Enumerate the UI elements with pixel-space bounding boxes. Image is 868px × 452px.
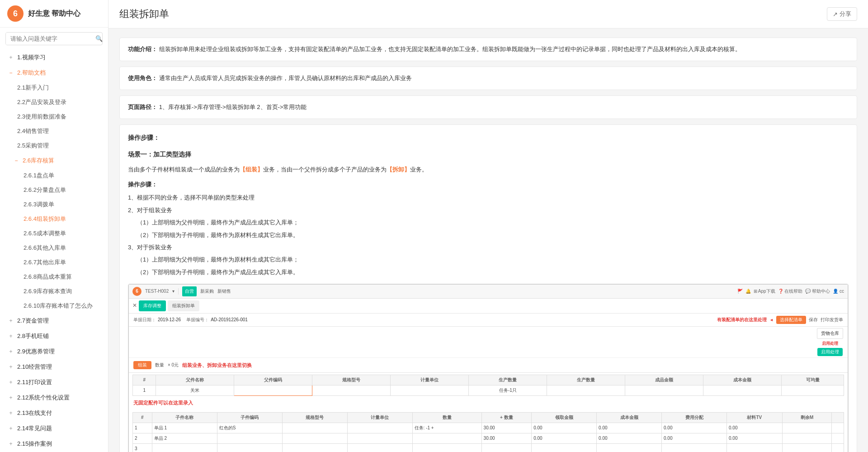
sidebar-item-fractional[interactable]: 2.6.2分量盘点单 (0, 183, 108, 197)
search-input[interactable] (6, 33, 91, 45)
mock-fields-row: 单据日期： 2019-12-26 单据编号： AD-20191226-001 有… (129, 314, 848, 327)
mock-toolbar: ✕ 库存调整 组装拆卸单 (129, 299, 848, 314)
mock-th-parent-name: 父件名称 (156, 375, 234, 385)
mock-bottom-row-1: 1 单品 1 红色的S 任务: -1 + 30.00 0.00 0.00 (133, 423, 844, 433)
page-title: 组装拆卸单 (119, 7, 169, 21)
mock-th-cost-amt: 成本金额 (703, 375, 782, 385)
expand-mobile-icon (7, 333, 14, 340)
mock-save-btn: 保存 (809, 316, 818, 324)
sidebar-item-personalize[interactable]: 2.12系统个性化设置 (0, 390, 108, 405)
mock-process-note-row: 货物仓库 启用处理 启用处理 (129, 327, 848, 358)
sidebar-item-new-user[interactable]: 2.1新手入门 (0, 81, 108, 95)
expand-coupon-icon (7, 348, 14, 355)
mock-field-order: 单据编号： AD-20191226-001 (186, 316, 248, 324)
sidebar-item-stock-ledger[interactable]: 2.6.9库存账本查询 (0, 284, 108, 299)
path-label: 页面路径： (128, 104, 157, 110)
mock-process-type-note: 组装业务、拆卸业务在这里切换 (182, 362, 252, 368)
mock-type-row: 组装 数量 × 0元 组装业务、拆卸业务在这里切换 (129, 358, 848, 372)
mock-top-table: # 父件名称 父件编码 规格型号 计量单位 生产数量 生产数量 成品金额 成本金… (132, 375, 844, 396)
step-3-1: （1）上部明细为父件明细，最终作为原材料生成其它出库单； (128, 254, 849, 265)
mock-right-actions: 有装配清单的在这里处理 ◄ 选择配清单 保存 打印发货单 (717, 316, 843, 324)
scenario-title: 场景一：加工类型选择 (128, 149, 849, 160)
mock-no-fixed-label: 无固定配件可以在这里录入 (133, 400, 193, 405)
sidebar-item-transfer[interactable]: 2.6.3调拨单 (0, 197, 108, 212)
mock-date-label: 单据日期： (133, 316, 156, 324)
mock-note-arrow1: 有装配清单的在这里处理 (717, 316, 767, 324)
step-1: 1、根据不同的业务，选择不同单据的类型来处理 (128, 192, 849, 203)
step-3-2: （2）下部明细为子件明细，最终作为产成品生成其它入库单。 (128, 267, 849, 277)
sidebar-item-payment[interactable]: 2.13在线支付 (0, 405, 108, 421)
step-2-1: （1）上部明细为父件明细，最终作为产成品生成其它入库单； (128, 217, 849, 228)
sidebar-item-install[interactable]: 2.2产品安装及登录 (0, 95, 108, 109)
mock-icon-help: ❓ 在线帮助 (778, 287, 803, 295)
mock-logo: 6 (132, 287, 142, 296)
sidebar-item-inventory-label: 2.6库存核算 (23, 157, 54, 165)
path-block: 页面路径： 1、库存核算->库存管理->组装拆卸单 2、首页->常用功能 (119, 95, 857, 119)
expand-operation-icon (7, 363, 14, 371)
sidebar-item-coupon[interactable]: 2.9优惠券管理 (0, 344, 108, 359)
sidebar-item-data-prep[interactable]: 2.3使用前数据准备 (0, 109, 108, 124)
sidebar-item-stock-count[interactable]: 2.6.1盘点单 (0, 168, 108, 183)
mock-th-avail: 可均量 (782, 375, 844, 385)
sidebar: 6 好生意 帮助中心 🔍 1.视频学习 2.帮助文档 2.1新手入门 2.2产品… (0, 0, 108, 452)
mock-bottom-table-area: # 子件名称 子件编码 规格型号 计量单位 数量 + 数量 领取金额 成本金额 (129, 409, 848, 452)
sidebar-item-print[interactable]: 2.11打印设置 (0, 375, 108, 390)
mock-order-label: 单据编号： (186, 316, 209, 324)
mock-type-btn[interactable]: 组装 (133, 361, 151, 369)
sidebar-item-mobile[interactable]: 2.8手机旺铺 (0, 328, 108, 344)
scenario-desc: 当由多个子件材料组装成一个成品的业务为【组装】业务，当由一个父件拆分成多个子产品… (128, 164, 849, 175)
sidebar-item-sales[interactable]: 2.4销售管理 (0, 124, 108, 138)
sidebar-item-cases[interactable]: 2.15操作案例 (0, 436, 108, 452)
mock-type-annotation: 组装业务、拆卸业务在这里切换 (182, 360, 252, 370)
mock-th-unit: 计量单位 (391, 375, 469, 385)
mock-top-row-1: 1 关米 任务-1只 (133, 385, 844, 395)
mock-nav-sales: 新销售 (217, 287, 231, 295)
mock-field-date: 单据日期： 2019-12-26 (133, 316, 181, 324)
mock-warehouse-input: 货物仓库 (817, 328, 843, 339)
operation-steps-section: 操作步骤： 场景一：加工类型选择 当由多个子件材料组装成一个成品的业务为【组装】… (119, 124, 857, 452)
sidebar-item-other-out[interactable]: 2.6.7其他出库单 (0, 255, 108, 270)
screenshot-container: 6 TEST-H002 ▾ 自营 新采购 新销售 🚩 🔔 ⊞ App下载 ❓ 在… (128, 284, 849, 452)
sidebar-item-videos[interactable]: 1.视频学习 (0, 50, 108, 65)
sidebar-item-purchase[interactable]: 2.5采购管理 (0, 138, 108, 153)
expand-minus-inventory-icon (13, 157, 20, 164)
function-intro-label: 功能介绍： (128, 46, 157, 52)
step-label: 操作步骤： (128, 179, 849, 190)
mock-icon-service: 💬 帮助中心 (805, 287, 830, 295)
main-header: 组装拆卸单 ↗ 分享 (108, 0, 868, 29)
sidebar-item-other-in[interactable]: 2.6.6其他入库单 (0, 241, 108, 255)
content-area: 功能介绍： 组装拆卸单用来处理企业组装或拆卸等加工业务，支持有固定装配清单的产品… (108, 29, 868, 452)
expand-personalize-icon (7, 394, 14, 401)
sidebar-item-cost-adj[interactable]: 2.6.5成本调整单 (0, 226, 108, 241)
mock-order-value: AD-20191226-001 (211, 316, 248, 324)
sidebar-item-operation[interactable]: 2.10经营管理 (0, 359, 108, 375)
sidebar-item-faq[interactable]: 2.14常见问题 (0, 421, 108, 436)
expand-icon (7, 54, 14, 61)
mock-th-parent-code: 父件编码 (234, 375, 312, 385)
sidebar-item-assembly[interactable]: 2.6.4组装拆卸单 (0, 212, 108, 226)
logo-icon: 6 (7, 5, 24, 22)
mock-th-prod-amt: 成品金额 (625, 375, 703, 385)
mock-select-btn[interactable]: 选择配清单 (776, 316, 806, 324)
function-intro-block: 功能介绍： 组装拆卸单用来处理企业组装或拆卸等加工业务，支持有固定装配清单的产品… (119, 38, 857, 61)
mock-bottom-row-3: 3 (133, 443, 844, 452)
steps-content: 操作步骤： 1、根据不同的业务，选择不同单据的类型来处理 2、对于组装业务 （1… (128, 179, 849, 277)
sidebar-item-help-docs[interactable]: 2.帮助文档 (0, 65, 108, 81)
role-label: 使用角色： (128, 75, 157, 81)
sidebar-item-ledger-wrong[interactable]: 2.6.10库存账本错了怎么办 (0, 299, 108, 313)
search-button[interactable]: 🔍 (91, 33, 103, 45)
sidebar-item-videos-label: 1.视频学习 (17, 53, 46, 62)
role-block: 使用角色： 通常由生产人员或库管人员完成拆装业务的操作，库管人员确认原材料的出库… (119, 67, 857, 90)
share-label: 分享 (840, 10, 851, 18)
sidebar-item-inventory[interactable]: 2.6库存核算 (0, 153, 108, 168)
mock-close-btn: ✕ (132, 301, 137, 311)
mock-process-btn-top[interactable]: 启用处理 (817, 348, 843, 356)
expand-faq-icon (7, 425, 14, 432)
sidebar-item-capital[interactable]: 2.7资金管理 (0, 313, 108, 328)
mock-print-btn: 打印发货单 (821, 316, 843, 324)
mock-topbar: 6 TEST-H002 ▾ 自营 新采购 新销售 🚩 🔔 ⊞ App下载 ❓ 在… (129, 285, 848, 299)
mock-nav-purchase: 新采购 (200, 287, 214, 295)
step-2: 2、对于组装业务 (128, 205, 849, 215)
share-button[interactable]: ↗ 分享 (827, 7, 857, 21)
sidebar-item-cost-recalc[interactable]: 2.6.8商品成本重算 (0, 270, 108, 284)
